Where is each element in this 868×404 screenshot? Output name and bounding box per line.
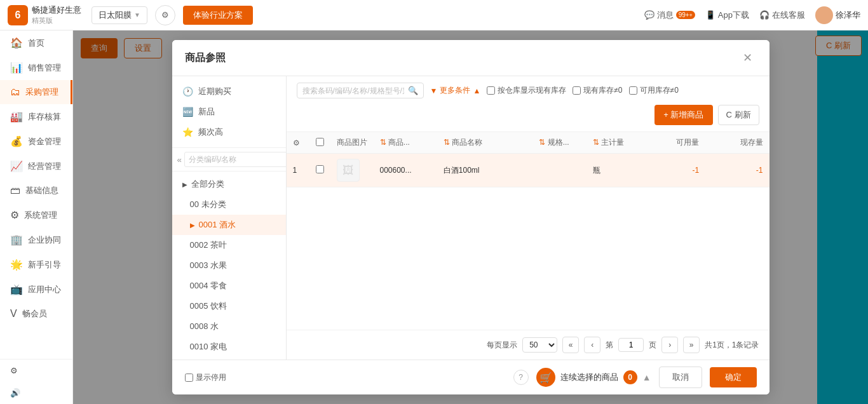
category-search-input[interactable] bbox=[189, 155, 284, 164]
col-code-sort-icon: ⇅ bbox=[380, 138, 386, 147]
page-of-label: 第 bbox=[606, 340, 613, 351]
content-area: 查询 设置 C 刷新 商品参照 ✕ bbox=[73, 30, 868, 404]
sidebar-item-0[interactable]: 🏠首页 bbox=[0, 30, 72, 55]
frequent-item[interactable]: ⭐ 频次高 bbox=[172, 122, 286, 142]
modal-close-button[interactable]: ✕ bbox=[739, 49, 757, 67]
user-profile[interactable]: 徐泽华 bbox=[815, 6, 860, 24]
help-icon[interactable]: ? bbox=[513, 370, 529, 385]
product-table: ⚙ 商品图片 bbox=[287, 132, 770, 187]
sidebar-label-3: 库存核算 bbox=[28, 111, 61, 123]
checkbox-warehouse[interactable] bbox=[487, 86, 495, 95]
category-item-8[interactable]: 0010 家电 bbox=[172, 337, 286, 357]
store-selector[interactable]: 日太阳膜 ▼ bbox=[92, 6, 147, 24]
sidebar-item-1[interactable]: 📊销售管理 bbox=[0, 55, 72, 80]
sidebar-icon-6: 🗃 bbox=[10, 185, 20, 196]
category-item-1[interactable]: 00 未分类 bbox=[172, 194, 286, 215]
checkbox-available[interactable] bbox=[573, 86, 581, 95]
sidebar-item-8[interactable]: 🏢企业协同 bbox=[0, 227, 72, 252]
category-item-6[interactable]: 0005 饮料 bbox=[172, 296, 286, 316]
col-name-label: 商品名称 bbox=[452, 138, 482, 147]
category-item-0[interactable]: ▶全部分类 bbox=[172, 174, 286, 194]
product-search-icon[interactable]: 🔍 bbox=[408, 86, 418, 95]
add-product-button[interactable]: + 新增商品 bbox=[654, 105, 712, 125]
sidebar-item-9[interactable]: 🌟新手引导 bbox=[0, 252, 72, 277]
category-item-3[interactable]: 0002 茶叶 bbox=[172, 235, 286, 255]
sidebar-item-3[interactable]: 🏭库存核算 bbox=[0, 104, 72, 129]
checkbox-available-label[interactable]: 现有库存≠0 bbox=[573, 85, 622, 96]
new-product-item[interactable]: 🆕 新品 bbox=[172, 102, 286, 122]
sidebar-item-2[interactable]: 🗂采购管理 bbox=[0, 80, 72, 104]
star-icon: ⭐ bbox=[182, 127, 193, 137]
select-all-checkbox[interactable] bbox=[316, 138, 324, 146]
page-first-button[interactable]: « bbox=[562, 337, 579, 353]
product-table-wrapper: ⚙ 商品图片 bbox=[287, 132, 770, 330]
row-checkbox-0[interactable] bbox=[316, 165, 324, 173]
page-next-button[interactable]: › bbox=[661, 337, 678, 353]
cart-icon-button[interactable]: 🛒 bbox=[536, 368, 555, 387]
page-size-label: 每页显示 bbox=[487, 340, 517, 351]
filter-more-button[interactable]: ▼ 更多条件 ▲ bbox=[430, 85, 481, 96]
sidebar-item-6[interactable]: 🗃基础信息 bbox=[0, 178, 72, 203]
category-item-4[interactable]: 0003 水果 bbox=[172, 255, 286, 276]
product-search-box: 🔍 bbox=[297, 83, 424, 98]
sidebar-icon-1: 📊 bbox=[10, 62, 23, 74]
show-disabled-text: 显示停用 bbox=[196, 372, 226, 383]
sidebar-icon-3: 🏭 bbox=[10, 111, 23, 123]
row-check-0[interactable] bbox=[309, 154, 330, 187]
category-list: ▶全部分类00 未分类▶0001 酒水0002 茶叶0003 水果0004 零食… bbox=[172, 172, 286, 360]
show-disabled-checkbox[interactable] bbox=[185, 374, 193, 382]
checkbox-usable-label[interactable]: 可用库存≠0 bbox=[629, 85, 679, 96]
sidebar-item-11[interactable]: V畅会员 bbox=[0, 302, 72, 326]
checkbox-usable[interactable] bbox=[629, 86, 637, 95]
refresh-button[interactable]: C 刷新 bbox=[718, 105, 759, 125]
page-last-button[interactable]: » bbox=[683, 337, 700, 353]
new-icon: 🆕 bbox=[182, 107, 193, 117]
sidebar-item-7[interactable]: ⚙系统管理 bbox=[0, 203, 72, 227]
settings-bottom-icon[interactable]: ⚙ bbox=[0, 360, 72, 382]
page-info-text: 共1页，1条记录 bbox=[705, 340, 759, 351]
col-unit-label: 主计量 bbox=[601, 138, 624, 147]
settings-col-icon[interactable]: ⚙ bbox=[293, 138, 300, 147]
sidebar-item-10[interactable]: 📺应用中心 bbox=[0, 277, 72, 302]
page-label: 页 bbox=[649, 340, 656, 351]
cancel-button[interactable]: 取消 bbox=[659, 367, 702, 388]
page-number-input[interactable] bbox=[618, 338, 644, 352]
col-spec-header[interactable]: ⇅ 规格... bbox=[532, 132, 586, 154]
app-download-button[interactable]: 📱 App下载 bbox=[705, 10, 749, 21]
sidebar-item-5[interactable]: 📈经营管理 bbox=[0, 154, 72, 178]
message-button[interactable]: 💬 消息 99++ bbox=[644, 10, 695, 21]
category-item-7[interactable]: 0008 水 bbox=[172, 316, 286, 337]
category-item-2[interactable]: ▶0001 酒水 bbox=[172, 215, 286, 235]
row-avail-0: -1 bbox=[642, 154, 705, 187]
page-prev-button[interactable]: ‹ bbox=[584, 337, 600, 353]
table-row[interactable]: 1 🖼 000600... 白酒100ml 瓶 -1 -1 bbox=[287, 154, 770, 187]
show-disabled-label[interactable]: 显示停用 bbox=[185, 372, 226, 383]
sidebar-label-2: 采购管理 bbox=[25, 86, 58, 98]
category-item-5[interactable]: 0004 零食 bbox=[172, 276, 286, 296]
confirm-button[interactable]: 确定 bbox=[710, 367, 757, 387]
page-size-select[interactable]: 50 100 200 bbox=[522, 337, 557, 353]
service-button[interactable]: 🎧 在线客服 bbox=[759, 10, 805, 21]
settings-button[interactable]: ⚙ bbox=[155, 5, 175, 25]
col-name-header[interactable]: ⇅ 商品名称 bbox=[437, 132, 533, 154]
cat-label-5: 0004 零食 bbox=[190, 280, 227, 292]
volume-icon[interactable]: 🔊 bbox=[0, 382, 72, 404]
trial-button[interactable]: 体验行业方案 bbox=[183, 6, 253, 25]
top-navbar: 6 畅捷通好生意 精英版 日太阳膜 ▼ ⚙ 体验行业方案 💬 消息 99++ 📱… bbox=[0, 0, 868, 30]
col-unit-header[interactable]: ⇅ 主计量 bbox=[587, 132, 642, 154]
modal-overlay: 商品参照 ✕ 🕐 近期购买 🆕 bbox=[73, 30, 868, 404]
checkbox-warehouse-text: 按仓库显示现有库存 bbox=[498, 85, 566, 96]
product-search-input[interactable] bbox=[302, 86, 404, 95]
footer-collapse-button[interactable]: ▲ bbox=[642, 372, 651, 382]
recent-purchase-item[interactable]: 🕐 近期购买 bbox=[172, 81, 286, 102]
col-code-header[interactable]: ⇅ 商品... bbox=[374, 132, 437, 154]
sidebar-item-4[interactable]: 💰资金管理 bbox=[0, 129, 72, 154]
checkbox-available-text: 现有库存≠0 bbox=[583, 85, 622, 96]
collapse-button[interactable]: « bbox=[177, 153, 182, 166]
col-spec-sort-icon: ⇅ bbox=[539, 138, 545, 147]
checkbox-warehouse-label[interactable]: 按仓库显示现有库存 bbox=[487, 85, 566, 96]
col-code-label: 商品... bbox=[388, 138, 410, 147]
row-stock-0: -1 bbox=[705, 154, 769, 187]
col-avail-label: 可用量 bbox=[676, 138, 699, 147]
sidebar-icon-9: 🌟 bbox=[10, 259, 23, 271]
